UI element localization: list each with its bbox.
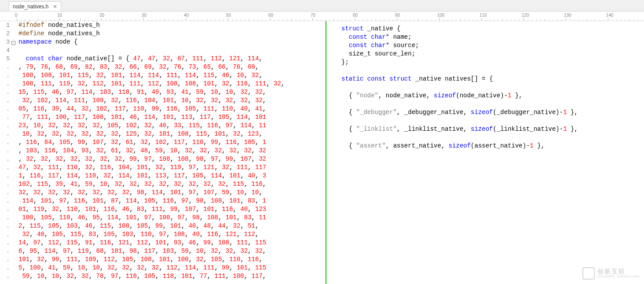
line-number: . [2, 147, 10, 155]
line-number: 4 [2, 46, 10, 55]
line-number: . [2, 96, 10, 105]
ruler-label: 0 [15, 13, 18, 18]
ruler-label: 70 [311, 13, 315, 18]
line-number: . [2, 155, 10, 163]
line-number: . [2, 197, 10, 205]
line-number: 5 [2, 55, 10, 63]
code-content-left[interactable]: #ifndef node_natives_h#define node_nativ… [17, 21, 326, 284]
ruler-label: 20 [99, 13, 104, 18]
line-number: . [2, 214, 10, 222]
split-view: 12345.............................. - #i… [0, 21, 644, 284]
line-number: . [2, 264, 10, 272]
line-number: 2 [2, 30, 10, 38]
line-number-gutter: 12345.............................. [0, 21, 11, 284]
ruler-label: 10 [57, 13, 62, 18]
fold-toggle-icon[interactable]: - [11, 41, 15, 45]
line-number: . [2, 63, 10, 71]
ruler-label: 60 [268, 13, 273, 18]
ruler-label: 40 [184, 13, 189, 18]
watermark-text-cn: 创新互联 [597, 268, 640, 275]
ruler-label: 90 [395, 13, 400, 18]
ruler-label: 120 [522, 13, 529, 18]
ruler-label: 80 [353, 13, 358, 18]
right-code-pane[interactable]: struct _native { const char* name; const… [326, 21, 644, 284]
line-number: . [2, 280, 10, 284]
code-content-right[interactable]: struct _native { const char* name; const… [340, 25, 644, 159]
line-number: . [2, 130, 10, 138]
ruler-label: 140 [606, 13, 614, 18]
line-number: . [2, 71, 10, 80]
line-number: . [2, 180, 10, 188]
line-number: . [2, 88, 10, 96]
line-number: . [2, 138, 10, 147]
column-ruler: 0102030405060708090100110120130140 [0, 11, 644, 21]
line-number: . [2, 80, 10, 88]
line-number: . [2, 222, 10, 230]
tab-filename: node_natives.h [13, 4, 48, 10]
line-number: 1 [2, 21, 10, 30]
ruler-label: 130 [564, 13, 571, 18]
line-number: . [2, 172, 10, 180]
line-number: 3 [2, 38, 10, 46]
line-number: . [2, 272, 10, 280]
left-code-pane[interactable]: 12345.............................. - #i… [0, 21, 326, 284]
line-number: . [2, 230, 10, 239]
line-number: . [2, 113, 10, 122]
line-number: . [2, 105, 10, 113]
line-number: . [2, 163, 10, 172]
watermark-logo-icon [582, 267, 595, 280]
ruler-label: 100 [437, 13, 445, 18]
watermark: 创新互联 CHUANG XINHULIAN [582, 267, 640, 280]
line-number: . [2, 188, 10, 197]
ruler-label: 110 [479, 13, 487, 18]
close-icon[interactable]: ✕ [53, 4, 57, 10]
ruler-label: 30 [142, 13, 146, 18]
ruler-label: 50 [226, 13, 231, 18]
file-tab[interactable]: node_natives.h ✕ [9, 1, 61, 11]
watermark-text-en: CHUANG XINHULIAN [597, 275, 640, 279]
line-number: . [2, 247, 10, 255]
line-number: . [2, 255, 10, 264]
line-number: . [2, 205, 10, 214]
tab-bar: node_natives.h ✕ [0, 0, 644, 11]
editor-window: node_natives.h ✕ 01020304050607080901001… [0, 0, 644, 284]
line-number: . [2, 122, 10, 130]
line-number: . [2, 239, 10, 247]
fold-gutter: - [11, 21, 17, 284]
